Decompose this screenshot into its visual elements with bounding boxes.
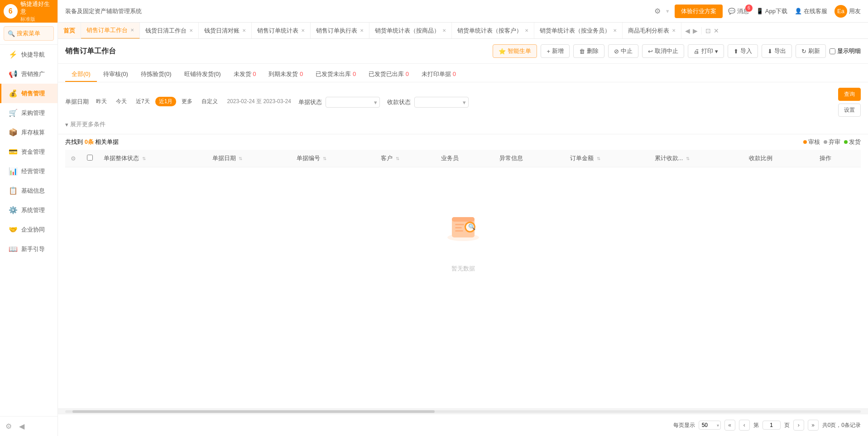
suspend-label: 中止 xyxy=(621,47,633,55)
tab-close-sales-by-product[interactable]: ✕ xyxy=(442,28,446,33)
tab-close-sales-stats[interactable]: ✕ xyxy=(301,28,305,33)
summary-count: 0条 xyxy=(85,138,94,145)
tab-sales-by-customer[interactable]: 销货单统计表（按客户） ✕ xyxy=(452,23,534,39)
last-page-button[interactable]: » xyxy=(808,420,819,431)
import-button[interactable]: ⬆ 导入 xyxy=(728,44,758,58)
th-amount-sort-icon[interactable]: ⇅ xyxy=(597,156,600,161)
review-action-button[interactable]: 审核 xyxy=(803,138,820,146)
th-salesperson-label: 业务员 xyxy=(441,155,459,161)
sub-tab-shipped-not-out[interactable]: 已发货未出库 0 xyxy=(309,67,362,82)
sub-tab-all[interactable]: 全部(0) xyxy=(65,67,97,82)
date-opt-yesterday[interactable]: 昨天 xyxy=(92,97,110,106)
add-button[interactable]: + 新增 xyxy=(541,44,570,58)
tab-sales-stats[interactable]: 销售订单统计表 ✕ xyxy=(252,23,311,39)
th-customer-sort-icon[interactable]: ⇅ xyxy=(396,156,399,161)
cancel-suspend-button[interactable]: ↩ 取消中止 xyxy=(642,44,684,58)
unreviewed-action-button[interactable]: 弃审 xyxy=(824,138,840,146)
tab-restore-icon[interactable]: ⊡ xyxy=(705,27,711,34)
setting-button[interactable]: 设置 xyxy=(838,104,861,117)
query-button[interactable]: 查询 xyxy=(838,88,861,101)
horizontal-scrollbar[interactable] xyxy=(58,408,868,414)
payment-select[interactable] xyxy=(414,97,469,108)
th-config[interactable]: ⚙ xyxy=(65,150,82,167)
sub-tab-wangpu-ship[interactable]: 旺铺待发货(0) xyxy=(178,67,227,82)
first-page-button[interactable]: « xyxy=(724,420,735,431)
tab-home[interactable]: 首页 xyxy=(58,23,81,39)
export-button[interactable]: ⬇ 导出 xyxy=(762,44,792,58)
date-opt-custom[interactable]: 自定义 xyxy=(198,97,221,106)
date-opt-1month[interactable]: 近1月 xyxy=(155,97,177,106)
message-button[interactable]: 💬 6 消息 xyxy=(728,7,749,15)
sidebar-item-guide[interactable]: 📖 新手引导 xyxy=(0,239,58,259)
show-detail-checkbox-label[interactable]: 显示明细 xyxy=(830,47,861,55)
refresh-button[interactable]: ↻ 刷新 xyxy=(796,44,826,58)
payment-filter-label: 收款状态 xyxy=(387,98,411,106)
tab-close-sales-workbench[interactable]: ✕ xyxy=(130,28,134,33)
tab-scroll-left-icon[interactable]: ◀ xyxy=(684,27,691,34)
tab-sales-workbench[interactable]: 销售订单工作台 ✕ xyxy=(81,23,140,39)
smart-create-button[interactable]: ⭐ 智能生单 xyxy=(493,44,537,58)
sub-tab-shipped-out[interactable]: 已发货已出库 0 xyxy=(362,67,415,82)
app-download-button[interactable]: 📱 App下载 xyxy=(756,7,787,15)
page-size-select[interactable]: 50 100 xyxy=(699,421,721,430)
sidebar-item-basicinfo[interactable]: 📋 基础信息 xyxy=(0,181,58,200)
print-button[interactable]: 🖨 打印 ▾ xyxy=(688,44,724,58)
user-menu[interactable]: Ea 用友 xyxy=(834,5,861,18)
sidebar-item-cooperation[interactable]: 🤝 企业协同 xyxy=(0,220,58,239)
online-service-button[interactable]: 👤 在线客服 xyxy=(795,7,827,15)
status-select[interactable] xyxy=(326,97,380,108)
tab-close-margin-analysis[interactable]: ✕ xyxy=(672,28,676,33)
sidebar-item-finance[interactable]: 💳 资金管理 xyxy=(0,142,58,161)
sub-tab-overdue-not-shipped[interactable]: 到期未发货 0 xyxy=(262,67,309,82)
expand-more-button[interactable]: ▾ 展开更多条件 xyxy=(65,120,861,128)
search-menu-button[interactable]: 🔍 搜索菜单 xyxy=(4,26,54,41)
sidebar-item-management[interactable]: 📊 经营管理 xyxy=(0,161,58,181)
scrollbar-thumb[interactable] xyxy=(72,410,435,413)
tab-daily-reconcile[interactable]: 钱货日清对账 ✕ xyxy=(199,23,252,39)
suspend-button[interactable]: ⊘ 中止 xyxy=(608,44,638,58)
sidebar-item-sales[interactable]: 💰 销售管理 xyxy=(0,84,58,103)
sidebar-item-system[interactable]: ⚙️ 系统管理 xyxy=(0,200,58,220)
tab-close-daily-reconcile[interactable]: ✕ xyxy=(242,28,246,33)
tab-close-sales-execute[interactable]: ✕ xyxy=(360,28,364,33)
ship-action-button[interactable]: 发货 xyxy=(844,138,861,146)
sidebar-item-inventory[interactable]: 📦 库存核算 xyxy=(0,123,58,142)
page-number-input[interactable] xyxy=(762,421,781,430)
tab-scroll-right-icon[interactable]: ▶ xyxy=(692,27,699,34)
industry-solution-button[interactable]: 体验行业方案 xyxy=(675,5,723,18)
tab-daily-clear[interactable]: 钱货日清工作台 ✕ xyxy=(140,23,199,39)
th-accumulated-sort-icon[interactable]: ⇅ xyxy=(686,156,690,161)
tab-close-sales-by-customer[interactable]: ✕ xyxy=(525,28,528,33)
sidebar-item-marketing[interactable]: 📢 营销推广 xyxy=(0,64,58,84)
sub-tab-pending-review[interactable]: 待审核(0) xyxy=(97,67,134,82)
select-all-checkbox[interactable] xyxy=(87,155,93,161)
sidebar-item-quicknav[interactable]: ⚡ 快捷导航 xyxy=(0,45,58,64)
tab-close-sales-by-staff[interactable]: ✕ xyxy=(613,28,617,33)
sub-tab-not-shipped[interactable]: 未发货 0 xyxy=(227,67,263,82)
th-date-sort-icon[interactable]: ⇅ xyxy=(239,156,242,161)
settings-icon[interactable]: ⚙ xyxy=(5,422,12,431)
th-status-sort-icon[interactable]: ⇅ xyxy=(142,156,146,161)
sidebar-item-purchase[interactable]: 🛒 采购管理 xyxy=(0,103,58,123)
date-opt-today[interactable]: 今天 xyxy=(112,97,130,106)
summary-prefix: 共找到 xyxy=(65,138,83,145)
tab-close-daily-clear[interactable]: ✕ xyxy=(189,28,193,33)
show-detail-checkbox[interactable] xyxy=(830,48,835,54)
delete-label: 删除 xyxy=(587,47,599,55)
sub-tab-pending-check[interactable]: 待拣验货(0) xyxy=(134,67,178,82)
topbar-settings-icon[interactable]: ⚙ xyxy=(654,7,661,15)
tab-sales-execute[interactable]: 销售订单执行表 ✕ xyxy=(311,23,369,39)
next-page-button[interactable]: › xyxy=(793,420,804,431)
prev-page-button[interactable]: ‹ xyxy=(739,420,750,431)
tab-margin-analysis[interactable]: 商品毛利分析表 ✕ xyxy=(623,23,681,39)
date-opt-7days[interactable]: 近7天 xyxy=(132,97,153,106)
nav-icon-inventory: 📦 xyxy=(9,128,18,137)
sub-tab-not-printed[interactable]: 未打印单据 0 xyxy=(415,67,462,82)
tab-sales-by-staff[interactable]: 销货单统计表（按业务员） ✕ xyxy=(534,23,623,39)
tab-close-all-icon[interactable]: ✕ xyxy=(714,27,719,34)
collapse-icon[interactable]: ◀ xyxy=(19,422,24,431)
tab-sales-by-product[interactable]: 销货单统计表（按商品） ✕ xyxy=(369,23,452,39)
date-opt-more[interactable]: 更多 xyxy=(178,97,196,106)
delete-button[interactable]: 🗑 删除 xyxy=(573,44,604,58)
th-number-sort-icon[interactable]: ⇅ xyxy=(323,156,326,161)
